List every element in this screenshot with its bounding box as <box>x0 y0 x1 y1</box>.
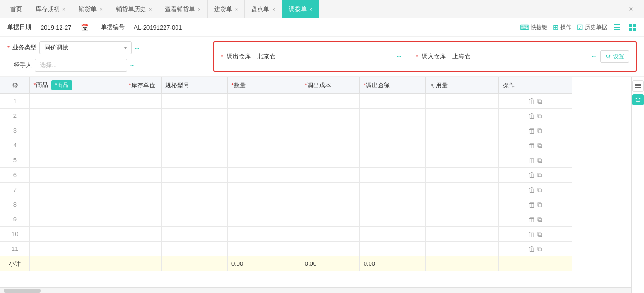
cell-spec[interactable] <box>162 153 228 168</box>
cell-avail[interactable] <box>425 242 499 256</box>
cell-spec[interactable] <box>162 138 228 153</box>
cell-amount[interactable] <box>359 94 425 109</box>
cell-amount[interactable] <box>359 197 425 212</box>
cell-goods[interactable] <box>30 212 125 227</box>
cell-amount[interactable] <box>359 242 425 256</box>
table-gear-icon[interactable]: ⚙ <box>12 81 18 89</box>
tab-inventory[interactable]: 盘点单 × <box>245 0 282 18</box>
copy-icon[interactable]: ⧉ <box>537 201 542 208</box>
cell-avail[interactable] <box>425 123 499 138</box>
tab-view-sales[interactable]: 查看销货单 × <box>158 0 207 18</box>
delete-icon[interactable]: 🗑 <box>529 201 535 208</box>
cell-cost[interactable] <box>301 227 359 242</box>
cell-amount[interactable] <box>359 183 425 197</box>
cell-qty[interactable] <box>228 183 301 197</box>
cell-spec[interactable] <box>162 168 228 183</box>
cell-avail[interactable] <box>425 227 499 242</box>
cell-goods[interactable] <box>30 183 125 197</box>
tab-inventory-init-close[interactable]: × <box>62 6 65 12</box>
tab-inventory-init[interactable]: 库存期初 × <box>29 0 72 18</box>
th-settings[interactable]: ⚙ <box>0 77 30 94</box>
cell-cost[interactable] <box>301 197 359 212</box>
cell-spec[interactable] <box>162 242 228 256</box>
cell-avail[interactable] <box>425 183 499 197</box>
cell-qty[interactable] <box>228 138 301 153</box>
tab-purchase[interactable]: 进货单 × <box>208 0 245 18</box>
delete-icon[interactable]: 🗑 <box>529 245 535 253</box>
copy-icon[interactable]: ⧉ <box>537 141 542 149</box>
tab-sales-history-close[interactable]: × <box>149 6 152 12</box>
copy-icon[interactable]: ⧉ <box>537 186 542 194</box>
copy-icon[interactable]: ⧉ <box>537 97 542 105</box>
cell-unit[interactable] <box>125 168 161 183</box>
cell-goods[interactable] <box>30 94 125 109</box>
shortcut-button[interactable]: ⌨ 快捷键 <box>520 24 547 31</box>
cell-goods[interactable] <box>30 109 125 123</box>
horizontal-scrollbar[interactable] <box>0 287 631 293</box>
layout-button-grid[interactable] <box>628 23 637 31</box>
cell-unit[interactable] <box>125 123 161 138</box>
cell-qty[interactable] <box>228 197 301 212</box>
operator-select[interactable]: 选择... <box>35 59 127 72</box>
cell-unit[interactable] <box>125 197 161 212</box>
copy-icon[interactable]: ⧉ <box>537 245 542 253</box>
cell-cost[interactable] <box>301 94 359 109</box>
tab-view-sales-close[interactable]: × <box>198 6 200 12</box>
cell-qty[interactable] <box>228 212 301 227</box>
business-type-more[interactable]: ··· <box>134 43 139 53</box>
delete-icon[interactable]: 🗑 <box>529 127 535 134</box>
cell-qty[interactable] <box>228 242 301 256</box>
cell-qty[interactable] <box>228 153 301 168</box>
cell-unit[interactable] <box>125 183 161 197</box>
cell-spec[interactable] <box>162 94 228 109</box>
cell-spec[interactable] <box>162 197 228 212</box>
cell-qty[interactable] <box>228 123 301 138</box>
cell-avail[interactable] <box>425 212 499 227</box>
cell-spec[interactable] <box>162 109 228 123</box>
tab-transfer-close[interactable]: × <box>310 6 312 12</box>
cell-unit[interactable] <box>125 242 161 256</box>
operation-button[interactable]: ⊞ 操作 <box>553 24 571 31</box>
tab-purchase-close[interactable]: × <box>235 6 238 12</box>
copy-icon[interactable]: ⧉ <box>537 127 542 134</box>
cell-goods[interactable] <box>30 153 125 168</box>
delete-icon[interactable]: 🗑 <box>529 97 535 105</box>
cell-cost[interactable] <box>301 183 359 197</box>
settings-button[interactable]: ⚙ 设置 <box>600 50 629 63</box>
cell-goods[interactable] <box>30 138 125 153</box>
cell-goods[interactable] <box>30 168 125 183</box>
cell-goods[interactable] <box>30 227 125 242</box>
delete-icon[interactable]: 🗑 <box>529 186 535 194</box>
delete-icon[interactable]: 🗑 <box>529 112 535 120</box>
delete-icon[interactable]: 🗑 <box>529 215 535 223</box>
tab-inventory-close[interactable]: × <box>272 6 275 12</box>
copy-icon[interactable]: ⧉ <box>537 230 542 238</box>
source-warehouse-more[interactable]: ··· <box>396 52 401 61</box>
calendar-icon[interactable]: 📅 <box>81 24 89 31</box>
cell-avail[interactable] <box>425 197 499 212</box>
cell-unit[interactable] <box>125 138 161 153</box>
tab-sales-order[interactable]: 销货单 × <box>72 0 109 18</box>
sidebar-list-btn[interactable] <box>632 80 644 92</box>
cell-qty[interactable] <box>228 227 301 242</box>
cell-amount[interactable] <box>359 109 425 123</box>
delete-icon[interactable]: 🗑 <box>529 171 535 179</box>
cell-unit[interactable] <box>125 94 161 109</box>
tab-sales-history[interactable]: 销货单历史 × <box>109 0 158 18</box>
cell-spec[interactable] <box>162 183 228 197</box>
cell-qty[interactable] <box>228 109 301 123</box>
cell-qty[interactable] <box>228 94 301 109</box>
cell-amount[interactable] <box>359 123 425 138</box>
cell-amount[interactable] <box>359 153 425 168</box>
copy-icon[interactable]: ⧉ <box>537 215 542 223</box>
history-button[interactable]: ☑ 历史单据 <box>577 24 607 31</box>
cell-unit[interactable] <box>125 212 161 227</box>
cell-goods[interactable] <box>30 123 125 138</box>
cell-avail[interactable] <box>425 168 499 183</box>
cell-goods[interactable] <box>30 197 125 212</box>
operator-more[interactable]: ··· <box>130 61 134 70</box>
cell-cost[interactable] <box>301 242 359 256</box>
cell-unit[interactable] <box>125 153 161 168</box>
target-warehouse-more[interactable]: ··· <box>591 52 595 61</box>
delete-icon[interactable]: 🗑 <box>529 156 535 164</box>
